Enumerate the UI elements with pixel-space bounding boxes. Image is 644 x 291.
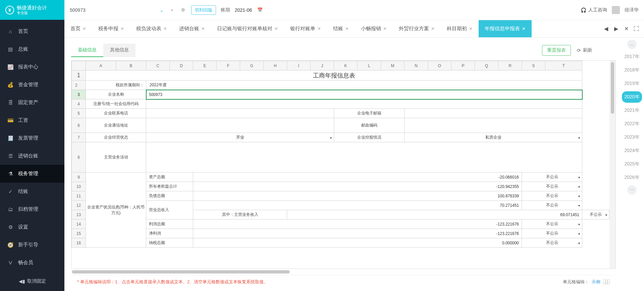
nav-item-3[interactable]: 💰资金管理	[0, 76, 64, 94]
tab-8[interactable]: 外贸行业方案✕	[393, 20, 441, 37]
username[interactable]: 徐泽华	[625, 7, 639, 13]
calendar-icon[interactable]: 📅	[257, 7, 263, 13]
col-header-D[interactable]: D	[170, 61, 193, 70]
year-2021年[interactable]: 2021年	[622, 105, 642, 116]
close-icon[interactable]: ✕	[201, 26, 205, 31]
row-header-8[interactable]: 8	[72, 142, 86, 173]
col-header-I[interactable]: I	[287, 61, 311, 70]
tab-scroll-left-icon[interactable]: ◀	[602, 25, 610, 33]
address-cell[interactable]	[146, 118, 334, 133]
col-header-L[interactable]: L	[358, 61, 381, 70]
row-header-5[interactable]: 5	[72, 109, 86, 118]
publish-cell-15[interactable]: 不公示	[522, 229, 582, 238]
period-value[interactable]: 2021-06	[235, 7, 252, 13]
tab-6[interactable]: 结账✕	[327, 20, 355, 37]
nav-item-7[interactable]: ☰进销台账	[0, 147, 64, 165]
unpin-sidebar[interactable]: ◀▮ 取消固定	[0, 272, 64, 291]
value-cell-11[interactable]: 100.876339	[193, 191, 522, 201]
tab-2[interactable]: 税负波动表✕	[130, 20, 173, 37]
nav-item-12[interactable]: 🧭新手引导	[0, 236, 64, 254]
nav-item-10[interactable]: 🗂归档管理	[0, 200, 64, 218]
email-cell[interactable]	[405, 109, 582, 118]
col-header-P[interactable]: P	[451, 61, 475, 70]
close-icon[interactable]: ✕	[274, 26, 278, 31]
value-cell-9[interactable]: -20.066016	[193, 173, 522, 182]
nav-item-11[interactable]: ⚙设置	[0, 218, 64, 236]
tab-9[interactable]: 科目期初✕	[441, 20, 479, 37]
row-header-6[interactable]: 6	[72, 118, 86, 133]
period-value-cell[interactable]: 2022年度	[146, 81, 582, 90]
tab-10[interactable]: 年报信息申报表✕	[479, 20, 532, 37]
publish-cell-16[interactable]: 不公示	[522, 238, 582, 248]
tab-7[interactable]: 小畅报销✕	[355, 20, 393, 37]
row-header-1[interactable]: 1	[72, 70, 86, 81]
nav-item-5[interactable]: 💳工资	[0, 111, 64, 129]
company-name-cell[interactable]: 500973	[146, 90, 582, 99]
value-cell-16[interactable]: 0.000000	[193, 238, 522, 248]
row-header-15[interactable]: 15	[72, 229, 86, 238]
close-icon[interactable]: ✕	[120, 26, 124, 31]
phone-cell[interactable]	[146, 109, 334, 118]
holding-cell[interactable]: 私营企业	[405, 133, 582, 142]
fullscreen-icon[interactable]: ⛶	[632, 25, 641, 33]
col-header-C[interactable]: C	[146, 61, 170, 70]
row-header-9[interactable]: 9	[72, 173, 86, 182]
col-header-S[interactable]: S	[522, 61, 545, 70]
nav-item-6[interactable]: 🧾发票管理	[0, 129, 64, 147]
row-header-3[interactable]: 3	[72, 90, 86, 99]
col-header-R[interactable]: R	[498, 61, 522, 70]
col-header-O[interactable]: O	[428, 61, 451, 70]
example-toggle-icon[interactable]: ▢	[603, 279, 610, 284]
close-icon[interactable]: ✕	[317, 26, 321, 31]
col-header-Q[interactable]: Q	[475, 61, 498, 70]
col-header-G[interactable]: G	[240, 61, 264, 70]
row-header-10[interactable]: 10	[72, 182, 86, 191]
col-header-J[interactable]: J	[311, 61, 334, 70]
close-icon[interactable]: ✕	[522, 26, 526, 31]
value-cell-15[interactable]: -123.221676	[193, 229, 522, 238]
year-2024年[interactable]: 2024年	[622, 145, 642, 156]
year-scroll-down-icon[interactable]: ﹀	[627, 185, 637, 195]
publish-cell-10[interactable]: 不公示	[522, 182, 582, 191]
avatar[interactable]	[612, 6, 620, 14]
publish-cell-14[interactable]: 不公示	[522, 220, 582, 229]
col-header-M[interactable]: M	[381, 61, 405, 70]
value-cell-13[interactable]: 69.071451	[287, 210, 582, 220]
value-cell-12[interactable]: 70.271451	[193, 201, 522, 210]
close-icon[interactable]: ✕	[431, 26, 435, 31]
show-example-link[interactable]: 示例	[592, 279, 600, 285]
nav-item-13[interactable]: V畅会员	[0, 254, 64, 272]
subtab-other[interactable]: 其他信息	[103, 44, 136, 57]
close-icon[interactable]: ✕	[383, 26, 387, 31]
reg-code-cell[interactable]	[146, 99, 582, 109]
row-header-16[interactable]: 16	[72, 238, 86, 248]
year-2017年[interactable]: 2017年	[622, 51, 642, 62]
col-header-B[interactable]: B	[116, 61, 146, 70]
tab-0[interactable]: 首页✕	[64, 20, 92, 37]
year-scroll-up-icon[interactable]: ︿	[627, 40, 637, 49]
gear-icon[interactable]: ⚙	[180, 7, 186, 13]
nav-item-4[interactable]: 🗄固定资产	[0, 94, 64, 111]
row-header-7[interactable]: 7	[72, 133, 86, 142]
close-icon[interactable]: ✕	[163, 26, 167, 31]
publish-cell-11[interactable]: 不公示	[522, 191, 582, 201]
tab-close-all-icon[interactable]: ✕	[622, 25, 631, 33]
close-icon[interactable]: ✕	[469, 26, 473, 31]
main-biz-cell[interactable]	[146, 142, 582, 173]
nav-item-9[interactable]: ✓结账	[0, 183, 64, 200]
col-header-T[interactable]: T	[545, 61, 582, 70]
value-cell-10[interactable]: -120.942355	[193, 182, 522, 191]
horizontal-scrollbar[interactable]	[71, 269, 616, 275]
year-2020年[interactable]: 2020年	[622, 91, 642, 103]
close-icon[interactable]: ✕	[83, 26, 86, 31]
status-cell[interactable]: 开业	[146, 133, 334, 142]
year-2026年[interactable]: 2026年	[622, 172, 642, 183]
subtab-basic[interactable]: 基础信息	[71, 44, 103, 57]
customer-service-button[interactable]: 🎧 人工咨询	[581, 7, 607, 13]
close-icon[interactable]: ✕	[345, 26, 349, 31]
year-2023年[interactable]: 2023年	[622, 132, 642, 143]
year-2018年[interactable]: 2018年	[622, 64, 642, 76]
row-header-11[interactable]: 11	[72, 191, 86, 201]
tab-3[interactable]: 进销台账✕	[173, 20, 211, 37]
tab-5[interactable]: 银行对账单✕	[284, 20, 327, 37]
